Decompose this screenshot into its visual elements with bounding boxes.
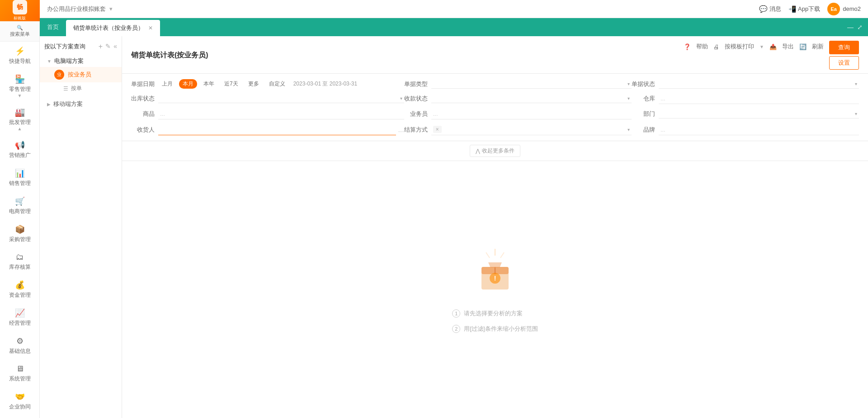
sidebar-operation-label: 经营管理 bbox=[9, 319, 31, 327]
tab-home[interactable]: 首页 bbox=[40, 18, 66, 36]
app-download-btn[interactable]: 📲 App下载 bbox=[788, 5, 820, 13]
tab-minimize-icon[interactable]: — bbox=[847, 24, 854, 31]
sidebar-item-wholesale[interactable]: 🏭 批发管理 ▲ bbox=[0, 103, 39, 136]
sidebar-finance-label: 资金管理 bbox=[9, 291, 31, 299]
sidebar-item-newbie[interactable]: 🎯 新手引导 bbox=[0, 415, 39, 418]
message-icon: 💬 bbox=[759, 5, 768, 13]
wholesale-expand-icon: ▲ bbox=[18, 126, 22, 131]
sidebar-purchase-label: 采购管理 bbox=[9, 236, 31, 243]
sidebar-system-label: 系统管理 bbox=[9, 375, 31, 383]
step-2-text: 用[过滤]条件来缩小分析范围 bbox=[464, 323, 538, 335]
filter-area: 单据日期 上月 本月 本年 近7天 更多 自定义 2023-03-01 至 20… bbox=[122, 74, 868, 141]
sidebar-quicknav-label: 快捷导航 bbox=[9, 57, 31, 65]
date-tab-custom[interactable]: 自定义 bbox=[265, 79, 289, 89]
date-filter-tabs: 上月 本月 本年 近7天 更多 自定义 2023-03-01 至 2023-03… bbox=[158, 79, 404, 89]
salesperson-scheme-icon: 业 bbox=[54, 70, 64, 80]
receiver-label: 收货人 bbox=[131, 126, 158, 134]
date-tab-thisyear[interactable]: 本年 bbox=[200, 79, 218, 89]
sidebar-item-operation[interactable]: 📈 经营管理 bbox=[0, 304, 39, 332]
sidebar-item-inventory[interactable]: 🗂 库存核算 bbox=[0, 248, 39, 276]
sidebar-item-marketing[interactable]: 📢 营销推广 bbox=[0, 136, 39, 164]
sidebar-item-sales[interactable]: 📊 销售管理 bbox=[0, 164, 39, 192]
sidebar-item-quicknav[interactable]: ⚡ 快捷导航 bbox=[0, 42, 39, 70]
query-buttons: 查询 设置 bbox=[829, 41, 859, 70]
export-action[interactable]: 📤 导出 bbox=[769, 43, 794, 51]
brand-select[interactable]: ... bbox=[659, 124, 859, 135]
marketing-icon: 📢 bbox=[15, 140, 25, 150]
collapse-up-icon: ⋀ bbox=[476, 148, 480, 154]
svg-marker-5 bbox=[488, 262, 502, 268]
sidebar-search-label: 搜索菜单 bbox=[10, 31, 30, 38]
doc-type-label: 单据类型 bbox=[404, 80, 431, 88]
sidebar-item-finance[interactable]: 💰 资金管理 bbox=[0, 276, 39, 304]
print-dropdown-icon: ▼ bbox=[760, 44, 764, 49]
basic-icon: ⚙ bbox=[16, 336, 24, 346]
sidebar-enterprise-label: 企业协同 bbox=[9, 403, 31, 411]
operation-icon: 📈 bbox=[15, 308, 25, 318]
receiver-dots-icon[interactable]: ... bbox=[398, 126, 404, 134]
goods-select[interactable]: ... bbox=[158, 109, 404, 119]
sidebar-ecommerce-label: 电商管理 bbox=[9, 208, 31, 215]
tab-close-icon[interactable]: ✕ bbox=[148, 25, 153, 31]
goods-placeholder: ... bbox=[160, 110, 165, 117]
sidebar-item-system[interactable]: 🖥 系统管理 bbox=[0, 360, 39, 387]
settlement-tag-close[interactable]: × bbox=[436, 126, 439, 133]
tab-maximize-icon[interactable]: ⤢ bbox=[857, 24, 863, 31]
sidebar-item-enterprise[interactable]: 🤝 企业协同 bbox=[0, 387, 39, 415]
outbound-select[interactable]: ▾ bbox=[158, 94, 404, 103]
svg-text:!: ! bbox=[494, 275, 496, 282]
app-title-dropdown-icon[interactable]: ▾ bbox=[109, 5, 113, 12]
sidebar-item-basic[interactable]: ⚙ 基础信息 bbox=[0, 332, 39, 360]
settings-button[interactable]: 设置 bbox=[829, 56, 859, 70]
scheme-add-icon[interactable]: + bbox=[99, 43, 103, 51]
payment-chevron-icon: ▾ bbox=[627, 96, 630, 101]
sidebar-logo: 畅 标账版 bbox=[0, 0, 40, 21]
warehouse-select[interactable]: ... bbox=[659, 93, 859, 104]
scheme-mobile-title[interactable]: ▶ 移动端方案 bbox=[40, 98, 122, 110]
tab-sales-stat[interactable]: 销货单统计表（按业务员） ✕ bbox=[66, 20, 160, 36]
sidebar-item-purchase[interactable]: 📦 采购管理 bbox=[0, 220, 39, 248]
page-actions: ❓ 帮助 🖨 按模板打印 ▼ 📤 导出 🔄 bbox=[684, 41, 824, 51]
query-button[interactable]: 查询 bbox=[829, 41, 859, 54]
receiver-input[interactable] bbox=[158, 124, 396, 135]
scheme-item-by-salesperson[interactable]: 业 按业务员 bbox=[40, 67, 122, 82]
date-tab-thismonth[interactable]: 本月 bbox=[179, 79, 197, 89]
collapse-button[interactable]: ⋀ 收起更多条件 bbox=[470, 145, 520, 157]
empty-illustration: ! bbox=[468, 244, 522, 299]
sidebar-wholesale-label: 批发管理 bbox=[9, 119, 31, 126]
payment-select[interactable]: ▾ bbox=[431, 94, 632, 103]
refresh-action[interactable]: 🔄 刷新 bbox=[799, 43, 824, 51]
scheme-sub-item-by-order[interactable]: ☰ 按单 bbox=[40, 82, 122, 95]
scheme-section-desktop-title[interactable]: ▼ 电脑端方案 bbox=[40, 55, 122, 67]
main-area: 办公用品行业模拟账套 ▾ 💬 消息 📲 App下载 Ea demo2 首页 bbox=[40, 0, 868, 418]
date-tab-7days[interactable]: 近7天 bbox=[221, 79, 242, 89]
filter-brand: 品牌 ... bbox=[632, 124, 859, 135]
dept-chevron-icon: ▾ bbox=[855, 111, 857, 116]
date-tab-more[interactable]: 更多 bbox=[245, 79, 263, 89]
help-action[interactable]: ❓ 帮助 bbox=[684, 43, 708, 51]
settlement-select[interactable]: × ▾ bbox=[431, 124, 632, 135]
dept-select[interactable]: ▾ bbox=[659, 109, 859, 119]
dept-label: 部门 bbox=[632, 110, 659, 118]
scheme-edit-icon[interactable]: ✎ bbox=[105, 43, 111, 51]
date-tab-lastmonth[interactable]: 上月 bbox=[158, 79, 176, 89]
user-area[interactable]: Ea demo2 bbox=[827, 3, 861, 15]
empty-steps: 1 请先选择要分析的方案 2 用[过滤]条件来缩小分析范围 bbox=[452, 308, 538, 335]
wholesale-icon: 🏭 bbox=[15, 107, 25, 117]
scheme-collapse-icon[interactable]: « bbox=[113, 43, 117, 51]
sidebar-item-search[interactable]: 🔍 搜索菜单 bbox=[0, 21, 39, 42]
avatar: Ea bbox=[827, 3, 840, 15]
doc-type-chevron-icon: ▾ bbox=[627, 81, 630, 86]
salesperson-placeholder: ... bbox=[433, 110, 438, 117]
sidebar-item-retail[interactable]: 🏪 零售管理 ▼ bbox=[0, 70, 39, 103]
warehouse-placeholder: ... bbox=[660, 95, 665, 102]
user-name: demo2 bbox=[843, 5, 861, 12]
salesperson-select[interactable]: ... bbox=[431, 109, 632, 119]
salesperson-label: 业务员 bbox=[404, 110, 431, 118]
doc-status-select[interactable]: ▾ bbox=[659, 80, 859, 89]
message-btn[interactable]: 💬 消息 bbox=[759, 5, 781, 13]
doc-type-select[interactable]: ▾ bbox=[431, 80, 632, 89]
filter-row-3: 商品 ... 业务员 ... 部门 bbox=[131, 109, 859, 119]
template-print-action[interactable]: 🖨 按模板打印 ▼ bbox=[713, 43, 764, 51]
sidebar-item-ecommerce[interactable]: 🛒 电商管理 bbox=[0, 192, 39, 220]
